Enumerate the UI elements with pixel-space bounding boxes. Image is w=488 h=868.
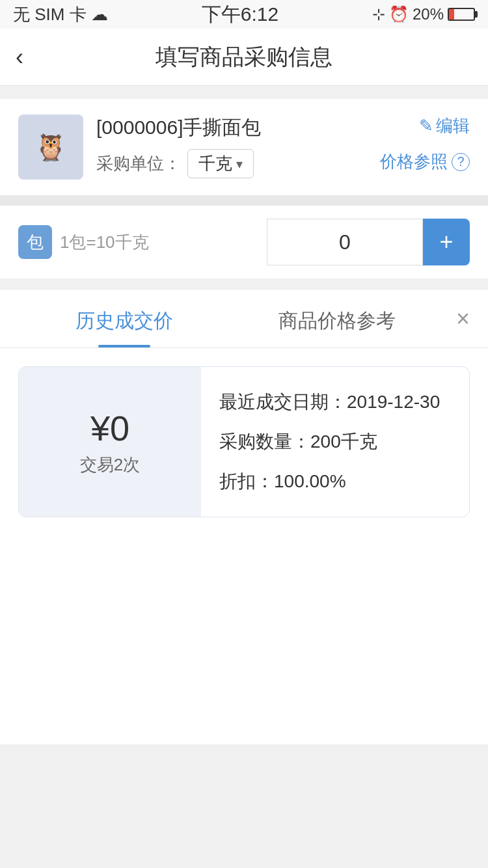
history-purchase-qty-row: 采购数量：200千克 bbox=[219, 427, 451, 457]
bottom-panel: 历史成交价 商品价格参考 × ¥0 交易2次 最近成交日期：2019-12-30 bbox=[0, 289, 488, 536]
section-divider bbox=[0, 195, 488, 206]
product-unit-row: 采购单位： 千克 ▾ bbox=[96, 149, 261, 178]
main-white-area: 历史成交价 商品价格参考 × ¥0 交易2次 最近成交日期：2019-12-30 bbox=[0, 289, 488, 744]
product-actions: ✎ 编辑 价格参照 ? bbox=[380, 115, 470, 173]
battery-percent: 20% bbox=[413, 5, 444, 23]
page-title: 填写商品采购信息 bbox=[156, 42, 332, 72]
signal-no-sim: 无 SIM 卡 ☁ bbox=[13, 3, 108, 26]
history-price-value: ¥0 bbox=[90, 408, 129, 448]
history-card-left: ¥0 交易2次 bbox=[19, 367, 201, 517]
unit-selector[interactable]: 千克 ▾ bbox=[187, 149, 254, 178]
history-purchase-qty-value: 200千克 bbox=[310, 431, 377, 452]
history-discount-value: 100.00% bbox=[274, 471, 346, 491]
panel-close-button[interactable]: × bbox=[443, 292, 470, 346]
help-icon: ? bbox=[452, 153, 470, 171]
location-icon: ⊹ bbox=[372, 5, 385, 23]
quantity-add-button[interactable]: + bbox=[423, 219, 470, 265]
status-right: ⊹ ⏰ 20% bbox=[372, 5, 475, 23]
history-trade-count: 交易2次 bbox=[80, 454, 140, 476]
back-button[interactable]: ‹ bbox=[16, 44, 23, 71]
history-recent-date-row: 最近成交日期：2019-12-30 bbox=[219, 388, 451, 417]
product-logo-icon: 🦉 bbox=[34, 132, 67, 163]
status-left: 无 SIM 卡 ☁ bbox=[13, 3, 108, 26]
tab-price-ref[interactable]: 商品价格参考 bbox=[230, 290, 442, 347]
quantity-control: + bbox=[267, 219, 470, 265]
product-section: 🦉 [0000006]手撕面包 采购单位： 千克 ▾ ✎ 编辑 价格参照 bbox=[0, 99, 488, 195]
edit-button[interactable]: ✎ 编辑 bbox=[419, 115, 470, 137]
battery-icon bbox=[448, 8, 475, 21]
history-discount-row: 折扣：100.00% bbox=[219, 467, 451, 496]
unit-dropdown-icon: ▾ bbox=[236, 156, 243, 172]
edit-icon: ✎ bbox=[419, 116, 433, 136]
product-name: [0000006]手撕面包 bbox=[96, 115, 261, 141]
product-info: [0000006]手撕面包 采购单位： 千克 ▾ bbox=[96, 115, 261, 178]
history-purchase-qty-label: 采购数量： bbox=[219, 431, 310, 452]
price-ref-button[interactable]: 价格参照 ? bbox=[380, 150, 470, 173]
status-bar: 无 SIM 卡 ☁ 下午6:12 ⊹ ⏰ 20% bbox=[0, 0, 488, 29]
price-ref-label: 价格参照 bbox=[380, 150, 448, 173]
quantity-unit-info: 包 1包=10千克 bbox=[18, 225, 149, 259]
product-image: 🦉 bbox=[18, 115, 83, 180]
history-recent-date-label: 最近成交日期： bbox=[219, 392, 347, 412]
tab-history[interactable]: 历史成交价 bbox=[18, 290, 230, 347]
quantity-input[interactable] bbox=[267, 219, 423, 265]
unit-value: 千克 bbox=[198, 152, 232, 175]
tab-content-history: ¥0 交易2次 最近成交日期：2019-12-30 采购数量：200千克 折扣：… bbox=[0, 348, 488, 536]
quantity-row: 包 1包=10千克 + bbox=[0, 206, 488, 278]
unit-conversion: 1包=10千克 bbox=[60, 231, 149, 254]
edit-label: 编辑 bbox=[436, 115, 470, 137]
unit-label: 采购单位： bbox=[96, 152, 181, 175]
history-discount-label: 折扣： bbox=[219, 471, 274, 491]
nav-bar: ‹ 填写商品采购信息 bbox=[0, 29, 488, 86]
history-recent-date-value: 2019-12-30 bbox=[347, 392, 440, 412]
status-time: 下午6:12 bbox=[202, 1, 278, 28]
alarm-icon: ⏰ bbox=[389, 5, 409, 23]
tab-active-indicator bbox=[98, 345, 150, 347]
unit-badge: 包 bbox=[18, 225, 52, 259]
history-card-right: 最近成交日期：2019-12-30 采购数量：200千克 折扣：100.00% bbox=[201, 367, 469, 517]
tabs-row: 历史成交价 商品价格参考 × bbox=[0, 290, 488, 348]
history-price-card: ¥0 交易2次 最近成交日期：2019-12-30 采购数量：200千克 折扣：… bbox=[18, 366, 470, 517]
tab-history-label: 历史成交价 bbox=[75, 310, 173, 331]
tab-price-ref-label: 商品价格参考 bbox=[278, 310, 396, 331]
